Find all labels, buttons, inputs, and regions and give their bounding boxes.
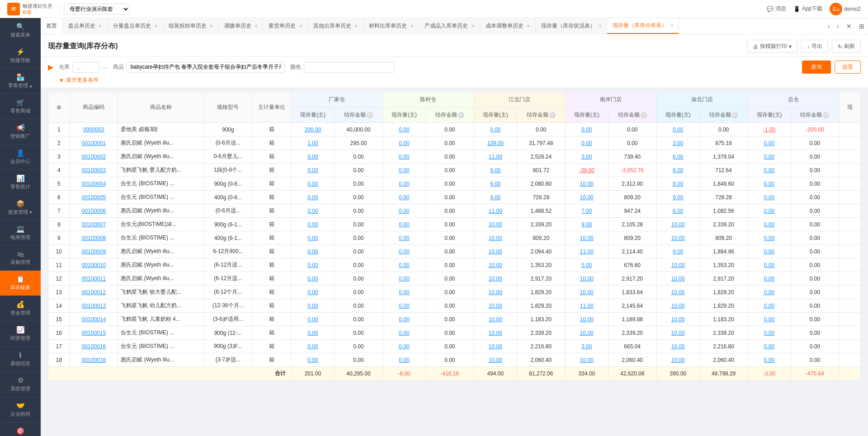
- sidebar-item-wholesale[interactable]: 📦 批发管理 ▼: [0, 195, 41, 220]
- sidebar-item-inventory[interactable]: 📋 库存核算: [0, 271, 41, 296]
- sidebar-item-guide[interactable]: 🎯 新手引导: [0, 422, 41, 436]
- close-tab-fraction-stocktake[interactable]: ×: [155, 23, 157, 28]
- cell-ckc-qty[interactable]: 0.00: [292, 313, 335, 326]
- tab-close-btn[interactable]: ✕: [843, 23, 855, 30]
- cell-ccv-qty[interactable]: 0.00: [382, 204, 425, 218]
- tab-stocktake[interactable]: 盘点单历史 ×: [63, 19, 108, 33]
- sidebar-item-operations[interactable]: 📈 经营管理: [0, 321, 41, 347]
- cell-code[interactable]: 00100011: [70, 272, 118, 286]
- cell-ybmd-qty[interactable]: 6.00: [656, 150, 699, 164]
- warehouse-input[interactable]: [72, 62, 99, 73]
- cell-ccv-qty[interactable]: 0.00: [382, 326, 425, 340]
- cell-code[interactable]: 00100014: [70, 313, 118, 326]
- cell-ckc-qty[interactable]: 0.00: [292, 245, 335, 258]
- info-total[interactable]: ①: [823, 112, 829, 118]
- sidebar-item-mall[interactable]: 🛒 零售商城: [0, 94, 41, 119]
- cell-namd-qty[interactable]: 10.00: [565, 313, 608, 326]
- tab-material-outbound[interactable]: 材料出库单历史 ×: [363, 19, 419, 33]
- info-namd[interactable]: ①: [641, 112, 647, 118]
- cell-total-qty[interactable]: 0.00: [748, 353, 791, 367]
- sidebar-item-ecommerce[interactable]: 💻 电商管理: [0, 220, 41, 246]
- cell-jbmd-qty[interactable]: 10.00: [474, 218, 517, 231]
- cell-jbmd-qty[interactable]: 10.00: [474, 231, 517, 245]
- app-download-btn[interactable]: 📱 App下载: [793, 5, 822, 13]
- cell-total-qty[interactable]: 0.00: [748, 326, 791, 340]
- cell-jbmd-qty[interactable]: 10.00: [474, 258, 517, 272]
- cell-ckc-qty[interactable]: 0.00: [292, 204, 335, 218]
- cell-ckc-qty[interactable]: 0.00: [292, 286, 335, 299]
- settings-btn[interactable]: 设置: [835, 61, 861, 74]
- tab-fraction-stocktake[interactable]: 分量盘点单历史 ×: [108, 19, 163, 33]
- tab-home[interactable]: 首页: [41, 19, 63, 33]
- cell-code[interactable]: 00100001: [70, 136, 118, 150]
- cell-namd-qty[interactable]: 7.00: [565, 204, 608, 218]
- cell-jbmd-qty[interactable]: 0.00: [474, 123, 517, 136]
- cell-ckc-qty[interactable]: 0.00: [292, 191, 335, 204]
- cell-namd-qty[interactable]: 10.00: [565, 286, 608, 299]
- cell-code[interactable]: 00100018: [70, 353, 118, 367]
- cell-total-qty[interactable]: 0.00: [748, 286, 791, 299]
- cell-ybmd-qty[interactable]: 10.00: [656, 353, 699, 367]
- cell-ybmd-qty[interactable]: 10.00: [656, 258, 699, 272]
- cell-total-qty[interactable]: 0.00: [748, 245, 791, 258]
- cell-ckc-qty[interactable]: 0.00: [292, 218, 335, 231]
- cell-namd-qty[interactable]: 5.00: [565, 258, 608, 272]
- export-btn[interactable]: ↓ 导出: [801, 40, 828, 53]
- cell-code[interactable]: 00100013: [70, 299, 118, 313]
- sidebar-item-members[interactable]: 👤 会员中心: [0, 145, 41, 170]
- cell-total-qty[interactable]: 0.00: [748, 191, 791, 204]
- cell-ckc-qty[interactable]: 0.00: [292, 299, 335, 313]
- cell-namd-qty[interactable]: 10.00: [565, 231, 608, 245]
- user-profile[interactable]: Ea demo2: [830, 3, 861, 15]
- tab-other-outbound[interactable]: 其他出库单历史 ×: [308, 19, 363, 33]
- cell-ybmd-qty[interactable]: 8.00: [656, 164, 699, 177]
- tab-transfer[interactable]: 调拨单历史 ×: [219, 19, 264, 33]
- cell-total-qty[interactable]: 0.00: [748, 340, 791, 353]
- cell-ccv-qty[interactable]: 0.00: [382, 299, 425, 313]
- sidebar-item-retail-mgmt[interactable]: 🏪 零售管理 ▲: [0, 69, 41, 94]
- info-ccv[interactable]: ①: [458, 112, 464, 118]
- cell-ckc-qty[interactable]: 0.00: [292, 326, 335, 340]
- cell-namd-qty[interactable]: 10.00: [565, 191, 608, 204]
- tab-prev-btn[interactable]: ‹: [824, 23, 834, 30]
- cell-namd-qty[interactable]: 0.00: [565, 136, 608, 150]
- cell-code[interactable]: 00100016: [70, 340, 118, 353]
- expand-conditions-btn[interactable]: ▼ 展开更多条件: [59, 76, 861, 84]
- cell-ccv-qty[interactable]: 0.00: [382, 286, 425, 299]
- table-container[interactable]: ⚙ 商品编码 商品名称 规格型号 主计量单位 厂家仓 陈村仓 江北门店 南岸门店…: [41, 88, 868, 436]
- tab-assembly[interactable]: 组装拆卸单历史 ×: [163, 19, 219, 33]
- tab-stock-status[interactable]: 现存量（库存状况表） ×: [536, 19, 608, 33]
- close-tab-product-inbound[interactable]: ×: [472, 23, 474, 28]
- cell-jbmd-qty[interactable]: 10.00: [474, 353, 517, 367]
- cell-total-qty[interactable]: 0.00: [748, 150, 791, 164]
- cell-namd-qty[interactable]: 10.00: [565, 353, 608, 367]
- cell-code[interactable]: 00100002: [70, 150, 118, 164]
- cell-namd-qty[interactable]: 10.00: [565, 326, 608, 340]
- warehouse-dots[interactable]: ···: [102, 64, 108, 71]
- cell-ybmd-qty[interactable]: 3.00: [656, 136, 699, 150]
- cell-code[interactable]: 00100009: [70, 245, 118, 258]
- cell-ccv-qty[interactable]: 0.00: [382, 191, 425, 204]
- sidebar-item-marketing[interactable]: 📢 营销推广: [0, 119, 41, 145]
- sidebar-item-search[interactable]: 🔍 搜索英单: [0, 18, 41, 43]
- cell-code[interactable]: 00100006: [70, 204, 118, 218]
- tab-menu-btn[interactable]: ⊞: [855, 23, 868, 30]
- cell-ckc-qty[interactable]: 0.00: [292, 231, 335, 245]
- cell-ccv-qty[interactable]: 0.00: [382, 164, 425, 177]
- cell-jbmd-qty[interactable]: 10.00: [474, 272, 517, 286]
- tab-product-inbound[interactable]: 产成品入库单历史 ×: [419, 19, 480, 33]
- cell-ckc-qty[interactable]: 0.00: [292, 258, 335, 272]
- sidebar-item-retail-stats[interactable]: 📊 零售统计: [0, 170, 41, 195]
- cell-ybmd-qty[interactable]: 10.00: [656, 231, 699, 245]
- cell-total-qty[interactable]: 0.00: [748, 231, 791, 245]
- sidebar-item-quicknav[interactable]: ⚡ 快捷导航: [0, 43, 41, 69]
- cell-jbmd-qty[interactable]: 10.00: [474, 340, 517, 353]
- print-btn[interactable]: 🖨 按模版打印 ▾: [747, 40, 797, 53]
- cell-ccv-qty[interactable]: 0.00: [382, 313, 425, 326]
- cell-ckc-qty[interactable]: 0.00: [292, 150, 335, 164]
- cell-code[interactable]: 00100008: [70, 231, 118, 245]
- sidebar-item-finance[interactable]: 💰 资金管理: [0, 296, 41, 321]
- cell-jbmd-qty[interactable]: 10.00: [474, 313, 517, 326]
- cell-jbmd-qty[interactable]: 10.00: [474, 326, 517, 340]
- cell-ybmd-qty[interactable]: 10.00: [656, 218, 699, 231]
